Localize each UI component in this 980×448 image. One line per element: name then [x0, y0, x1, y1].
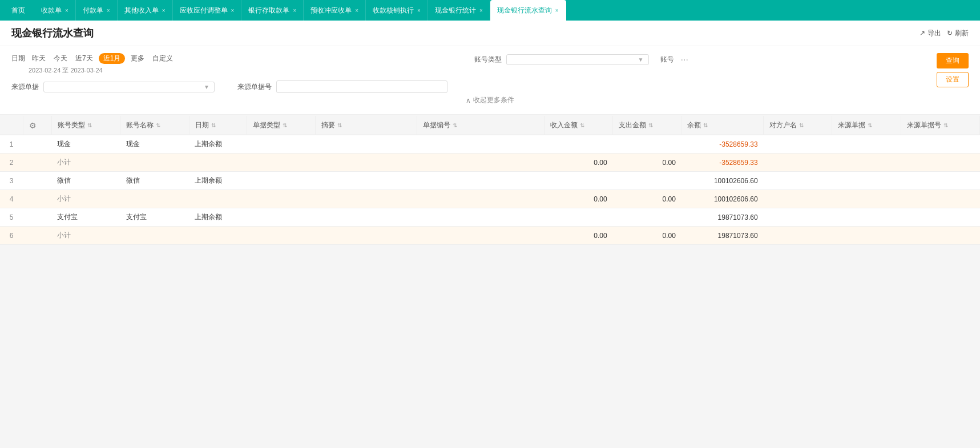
cell-expense	[613, 135, 681, 154]
sort-icon: ⇅	[799, 122, 804, 128]
close-icon[interactable]: ×	[231, 7, 235, 14]
nav-tab-xianjinyinhangtongjii[interactable]: 现金银行统计 ×	[428, 0, 490, 21]
cell-expense: 0.00	[613, 154, 681, 172]
query-button[interactable]: 查询	[937, 53, 969, 68]
th-expense[interactable]: 支出金额 ⇅	[613, 116, 681, 135]
export-button[interactable]: ↗ 导出	[919, 29, 941, 38]
th-income[interactable]: 收入金额 ⇅	[544, 116, 612, 135]
close-icon[interactable]: ×	[162, 7, 166, 14]
export-icon: ↗	[919, 29, 925, 37]
close-icon[interactable]: ×	[417, 7, 421, 14]
close-icon[interactable]: ×	[65, 7, 68, 14]
account-type-label: 账号类型	[474, 55, 502, 64]
cell-source-doc-no	[901, 154, 979, 172]
source-doc-select[interactable]: ▼	[43, 82, 215, 92]
tab-label: 应收应付调整单	[180, 6, 228, 15]
cell-summary	[315, 172, 417, 190]
cell-counterparty	[764, 208, 832, 227]
cell-seq: 1	[0, 135, 23, 154]
cell-check	[23, 208, 51, 227]
cell-doc-type	[247, 135, 315, 154]
nav-tab-yingshoutiaozheng[interactable]: 应收应付调整单 ×	[173, 0, 242, 21]
account-dots[interactable]: ···	[679, 55, 691, 65]
close-icon[interactable]: ×	[555, 7, 559, 14]
close-icon[interactable]: ×	[107, 7, 110, 14]
source-doc-no-input[interactable]	[276, 80, 447, 93]
th-source-doc-no[interactable]: 来源单据号 ⇅	[901, 116, 979, 135]
date-today[interactable]: 今天	[51, 53, 70, 64]
cell-account-type: 小计	[51, 154, 120, 172]
nav-tab-shoukuanhexiao[interactable]: 收款核销执行 ×	[366, 0, 428, 21]
cell-check	[23, 172, 51, 190]
source-doc-filter: 来源单据 ▼	[11, 82, 215, 92]
cell-source-doc-no	[901, 172, 979, 190]
date-1month[interactable]: 近1月	[99, 53, 126, 64]
th-date[interactable]: 日期 ⇅	[189, 116, 247, 135]
th-summary[interactable]: 摘要 ⇅	[315, 116, 417, 135]
cell-doc-no	[417, 227, 545, 245]
source-doc-no-filter: 来源单据号	[237, 80, 447, 93]
cell-doc-no	[417, 135, 545, 154]
date-more[interactable]: 更多	[128, 53, 147, 64]
table-row: 5支付宝支付宝上期余额19871073.60	[0, 208, 980, 227]
th-income-label: 收入金额	[550, 120, 578, 130]
collapse-filters-button[interactable]: ∧ 收起更多条件	[11, 93, 969, 107]
th-account-name[interactable]: 账号名称 ⇅	[120, 116, 189, 135]
date-7days[interactable]: 近7天	[73, 53, 95, 64]
table-row: 2小计0.000.00-3528659.33	[0, 154, 980, 172]
nav-tab-qitashouruden[interactable]: 其他收入单 ×	[118, 0, 173, 21]
th-account-type[interactable]: 账号类型 ⇅	[51, 116, 120, 135]
th-counterparty[interactable]: 对方户名 ⇅	[764, 116, 832, 135]
chevron-down-icon: ▼	[204, 84, 209, 90]
th-source-doc-no-label: 来源单据号	[907, 120, 941, 130]
nav-tab-fukuandan[interactable]: 付款单 ×	[76, 0, 118, 21]
th-doc-no-label: 单据编号	[423, 120, 450, 130]
account-type-select[interactable]: ▼	[506, 54, 649, 65]
nav-home[interactable]: 首页	[2, 0, 34, 21]
date-label: 日期	[11, 54, 25, 63]
date-yesterday[interactable]: 昨天	[30, 53, 48, 64]
cell-source-doc	[832, 154, 901, 172]
cell-doc-type	[247, 154, 315, 172]
table-row: 3微信微信上期余额100102606.60	[0, 172, 980, 190]
nav-tab-shoukuandan[interactable]: 收款单 ×	[34, 0, 76, 21]
tab-label: 付款单	[83, 6, 103, 15]
cell-income: 0.00	[544, 154, 612, 172]
close-icon[interactable]: ×	[479, 7, 483, 14]
cell-account-type: 支付宝	[51, 208, 120, 227]
refresh-button[interactable]: ↻ 刷新	[947, 29, 969, 38]
cell-source-doc	[832, 208, 901, 227]
th-expense-label: 支出金额	[619, 120, 646, 130]
tab-label: 预收冲应收单	[310, 6, 352, 15]
export-label: 导出	[927, 29, 941, 38]
th-doc-no[interactable]: 单据编号 ⇅	[417, 116, 545, 135]
cell-balance: 100102606.60	[681, 190, 764, 208]
cell-source-doc-no	[901, 135, 979, 154]
th-doc-type[interactable]: 单据类型 ⇅	[247, 116, 315, 135]
cell-date	[189, 190, 247, 208]
sort-icon: ⇅	[337, 122, 342, 128]
cell-source-doc	[832, 135, 901, 154]
th-source-doc[interactable]: 来源单据 ⇅	[832, 116, 901, 135]
cell-balance: 100102606.60	[681, 172, 764, 190]
th-gear[interactable]: ⚙	[23, 116, 51, 135]
cell-check	[23, 190, 51, 208]
settings-button[interactable]: 设置	[937, 72, 969, 87]
cell-account-type: 现金	[51, 135, 120, 154]
cell-account-name: 微信	[120, 172, 189, 190]
th-balance[interactable]: 余额 ⇅	[681, 116, 764, 135]
close-icon[interactable]: ×	[293, 7, 296, 14]
sort-icon: ⇅	[87, 122, 92, 128]
close-icon[interactable]: ×	[355, 7, 358, 14]
cell-source-doc-no	[901, 208, 979, 227]
date-custom[interactable]: 自定义	[150, 53, 175, 64]
nav-tab-yinhangcunqukuan[interactable]: 银行存取款单 ×	[241, 0, 304, 21]
date-shortcuts: 昨天 今天 近7天 近1月 更多 自定义	[30, 53, 175, 64]
nav-tab-yushouchong[interactable]: 预收冲应收单 ×	[304, 0, 366, 21]
cell-doc-type	[247, 227, 315, 245]
sort-icon: ⇅	[648, 122, 653, 128]
th-date-label: 日期	[195, 120, 209, 130]
cell-date: 上期余额	[189, 208, 247, 227]
nav-tab-liushuichaxun[interactable]: 现金银行流水查询 ×	[490, 0, 566, 21]
gear-icon[interactable]: ⚙	[29, 121, 37, 130]
